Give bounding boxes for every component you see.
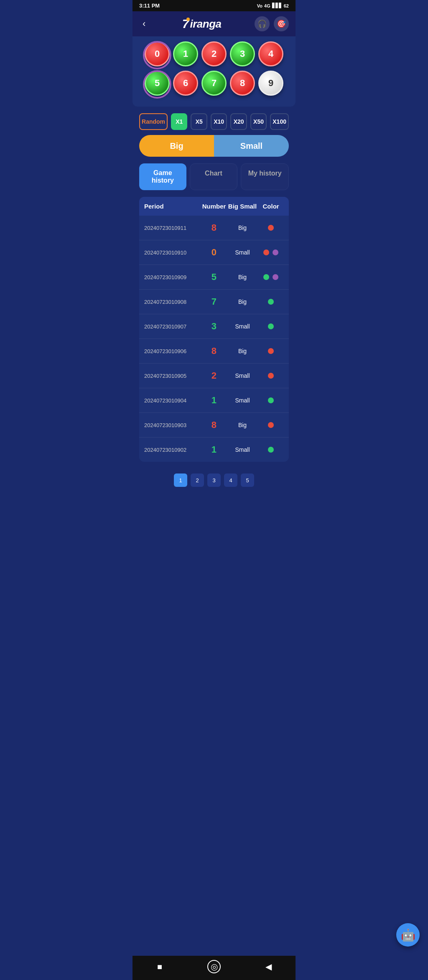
number-cell: 7 xyxy=(201,296,227,307)
logo-7-container: 7 xyxy=(182,17,189,31)
page-3-button[interactable]: 3 xyxy=(207,473,221,487)
color-cell xyxy=(258,348,284,354)
x5-button[interactable]: X5 xyxy=(191,113,207,130)
x100-button[interactable]: X100 xyxy=(270,113,289,130)
balls-row-1: 0 1 2 3 4 xyxy=(139,41,289,66)
tab-chart[interactable]: Chart xyxy=(190,163,238,190)
table-header: Period Number Big Small Color xyxy=(139,197,289,216)
table-row: 20240723010906 8 Big xyxy=(139,339,289,364)
period-cell: 20240723010909 xyxy=(144,274,201,280)
pagination: 1 2 3 4 5 xyxy=(132,468,296,492)
ball-5[interactable]: 5 xyxy=(145,71,170,96)
bigsmall-cell: Big xyxy=(227,348,258,354)
balls-row-2: 5 6 7 8 9 xyxy=(139,71,289,96)
period-cell: 20240723010902 xyxy=(144,447,201,453)
table-row: 20240723010904 1 Small xyxy=(139,388,289,413)
dot-green xyxy=(268,299,274,305)
profile-icon[interactable]: 🎯 xyxy=(274,16,289,31)
logo: 7 iranga xyxy=(182,17,222,31)
status-icons: Vo 4G ▋▋▋ 62 xyxy=(257,3,289,8)
ball-4[interactable]: 4 xyxy=(258,41,283,66)
small-button[interactable]: Small xyxy=(214,135,289,157)
table-row: 20240723010908 7 Big xyxy=(139,290,289,314)
random-button[interactable]: Random xyxy=(139,113,168,130)
ball-9[interactable]: 9 xyxy=(258,71,283,96)
ball-0[interactable]: 0 xyxy=(145,41,170,66)
table-row: 20240723010905 2 Small xyxy=(139,364,289,388)
number-cell: 8 xyxy=(201,222,227,233)
dot-red xyxy=(268,348,274,354)
color-cell xyxy=(258,225,284,231)
game-history-table: Period Number Big Small Color 2024072301… xyxy=(139,197,289,462)
x50-button[interactable]: X50 xyxy=(250,113,267,130)
bigsmall-cell: Big xyxy=(227,224,258,231)
ball-6[interactable]: 6 xyxy=(173,71,198,96)
number-cell: 5 xyxy=(201,272,227,283)
bigsmall-cell: Big xyxy=(227,274,258,280)
period-cell: 20240723010906 xyxy=(144,348,201,354)
back-nav-button[interactable]: ◀ xyxy=(262,960,275,973)
table-row: 20240723010910 0 Small xyxy=(139,240,289,265)
page-5-button[interactable]: 5 xyxy=(241,473,254,487)
color-cell xyxy=(258,373,284,379)
time: 3:11 PM xyxy=(139,3,160,9)
color-cell xyxy=(258,422,284,428)
color-cell xyxy=(258,274,284,280)
number-cell: 1 xyxy=(201,395,227,406)
bigsmall-cell: Big xyxy=(227,422,258,428)
dot-purple xyxy=(273,249,278,255)
bigsmall-cell: Small xyxy=(227,397,258,404)
dot-red xyxy=(268,225,274,231)
bottom-navigation: ■ ◎ ◀ xyxy=(132,956,296,980)
period-cell: 20240723010908 xyxy=(144,299,201,305)
ball-2[interactable]: 2 xyxy=(201,41,227,66)
page-2-button[interactable]: 2 xyxy=(191,473,204,487)
x1-button[interactable]: X1 xyxy=(171,113,187,130)
header-bigsmall: Big Small xyxy=(227,203,258,210)
header-color: Color xyxy=(258,203,284,210)
period-cell: 20240723010911 xyxy=(144,225,201,231)
header: ‹ 7 iranga 🎧 🎯 xyxy=(132,11,296,36)
circle-icon: ◎ xyxy=(207,960,221,973)
table-row: 20240723010911 8 Big xyxy=(139,216,289,240)
x20-button[interactable]: X20 xyxy=(230,113,247,130)
number-cell: 2 xyxy=(201,370,227,381)
ball-7[interactable]: 7 xyxy=(201,71,227,96)
home-button[interactable]: ◎ xyxy=(207,960,221,973)
color-cell xyxy=(258,323,284,329)
balls-section: 0 1 2 3 4 5 6 7 8 9 xyxy=(132,36,296,107)
headset-icon[interactable]: 🎧 xyxy=(255,16,270,31)
back-button[interactable]: ‹ xyxy=(139,17,149,31)
battery-text: 62 xyxy=(284,3,289,8)
dot-red xyxy=(268,422,274,428)
triangle-icon: ◀ xyxy=(265,962,272,972)
tab-my-history[interactable]: My history xyxy=(241,163,289,190)
dot-green xyxy=(268,397,274,403)
page-1-button[interactable]: 1 xyxy=(174,473,187,487)
square-button[interactable]: ■ xyxy=(153,960,166,973)
period-cell: 20240723010907 xyxy=(144,323,201,330)
network-text: 4G xyxy=(264,3,270,8)
header-number: Number xyxy=(201,203,227,210)
page-4-button[interactable]: 4 xyxy=(224,473,237,487)
big-small-toggle: Big Small xyxy=(139,135,289,157)
dot-green xyxy=(268,323,274,329)
dot-green xyxy=(263,274,269,280)
tab-game-history[interactable]: Game history xyxy=(139,163,186,190)
bigsmall-cell: Big xyxy=(227,298,258,305)
logo-iranga: iranga xyxy=(190,18,221,31)
x10-button[interactable]: X10 xyxy=(211,113,227,130)
big-button[interactable]: Big xyxy=(139,135,214,157)
bigsmall-cell: Small xyxy=(227,249,258,256)
signal-bars: ▋▋▋ xyxy=(272,3,282,8)
bigsmall-cell: Small xyxy=(227,323,258,330)
period-cell: 20240723010905 xyxy=(144,373,201,379)
ball-1[interactable]: 1 xyxy=(173,41,198,66)
color-cell xyxy=(258,447,284,453)
ball-3[interactable]: 3 xyxy=(230,41,255,66)
dot-green xyxy=(268,447,274,453)
ball-8[interactable]: 8 xyxy=(230,71,255,96)
dot-red xyxy=(263,249,269,255)
multiplier-row: Random X1 X5 X10 X20 X50 X100 xyxy=(139,113,289,130)
table-row: 20240723010903 8 Big xyxy=(139,413,289,438)
